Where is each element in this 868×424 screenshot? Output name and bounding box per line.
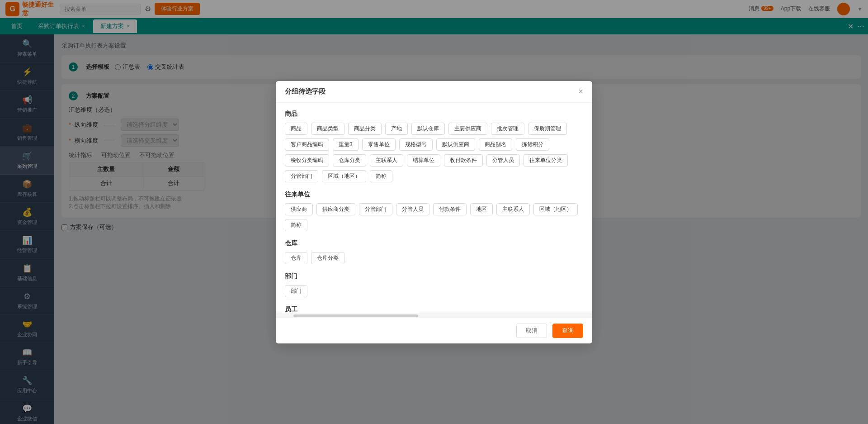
counterparty-fields: 供应商 供应商分类 分管部门 分管人员 付款条件 地区 主联系人 区域（地区） … (285, 203, 583, 231)
field-goods-22[interactable]: 往来单位分类 (524, 154, 568, 167)
field-goods-6[interactable]: 主要供应商 (448, 123, 487, 135)
section-department-title: 部门 (285, 272, 583, 281)
field-goods-13[interactable]: 默认供应商 (436, 138, 475, 151)
modal-overlay: 分组待选字段 × 商品 商品 商品类型 商品分类 产地 默认仓库 主要供应商 批… (0, 0, 868, 424)
confirm-button[interactable]: 查询 (552, 324, 583, 338)
field-goods-16[interactable]: 税收分类编码 (285, 154, 329, 167)
field-goods-1[interactable]: 商品 (285, 123, 307, 135)
field-cp-3[interactable]: 分管部门 (359, 203, 392, 215)
section-department: 部门 部门 (285, 272, 583, 297)
field-cp-6[interactable]: 地区 (470, 203, 493, 215)
section-counterparty-title: 往来单位 (285, 191, 583, 199)
field-goods-10[interactable]: 重量3 (333, 138, 359, 151)
field-goods-17[interactable]: 仓库分类 (333, 154, 366, 167)
modal-hscrollbar[interactable] (276, 314, 592, 318)
field-goods-12[interactable]: 规格型号 (399, 138, 433, 151)
modal-footer: 取消 查询 (276, 318, 592, 343)
field-dept-1[interactable]: 部门 (285, 285, 307, 297)
modal-header: 分组待选字段 × (276, 81, 592, 103)
field-goods-15[interactable]: 拣货积分 (516, 138, 549, 151)
section-counterparty: 往来单位 供应商 供应商分类 分管部门 分管人员 付款条件 地区 主联系人 区域… (285, 191, 583, 231)
field-cp-1[interactable]: 供应商 (285, 203, 313, 215)
field-goods-21[interactable]: 分管人员 (486, 154, 520, 167)
modal-hscroll-thumb (293, 314, 419, 317)
field-goods-2[interactable]: 商品类型 (311, 123, 344, 135)
department-fields: 部门 (285, 285, 583, 297)
modal-close-btn[interactable]: × (578, 87, 583, 95)
section-warehouse: 仓库 仓库 仓库分类 (285, 239, 583, 264)
field-wh-2[interactable]: 仓库分类 (311, 252, 344, 264)
modal-body[interactable]: 商品 商品 商品类型 商品分类 产地 默认仓库 主要供应商 批次管理 保质期管理… (276, 103, 592, 314)
field-cp-8[interactable]: 区域（地区） (533, 203, 578, 215)
field-goods-7[interactable]: 批次管理 (491, 123, 524, 135)
field-goods-3[interactable]: 商品分类 (348, 123, 382, 135)
modal-title: 分组待选字段 (285, 87, 326, 96)
field-goods-5[interactable]: 默认仓库 (411, 123, 445, 135)
field-goods-24[interactable]: 区域（地区） (322, 170, 366, 182)
field-goods-23[interactable]: 分管部门 (285, 170, 318, 182)
section-employee: 员工 业务员 (285, 305, 583, 314)
field-goods-19[interactable]: 结算单位 (407, 154, 440, 167)
field-goods-18[interactable]: 主联系人 (370, 154, 403, 167)
section-goods: 商品 商品 商品类型 商品分类 产地 默认仓库 主要供应商 批次管理 保质期管理… (285, 110, 583, 182)
field-goods-14[interactable]: 商品别名 (479, 138, 512, 151)
section-employee-title: 员工 (285, 305, 583, 314)
field-goods-4[interactable]: 产地 (385, 123, 408, 135)
field-cp-9[interactable]: 简称 (285, 219, 307, 231)
field-cp-5[interactable]: 付款条件 (433, 203, 467, 215)
field-select-modal: 分组待选字段 × 商品 商品 商品类型 商品分类 产地 默认仓库 主要供应商 批… (276, 81, 592, 343)
cancel-button[interactable]: 取消 (516, 324, 547, 338)
section-goods-title: 商品 (285, 110, 583, 118)
field-cp-4[interactable]: 分管人员 (396, 203, 429, 215)
warehouse-fields: 仓库 仓库分类 (285, 252, 583, 264)
field-goods-9[interactable]: 客户商品编码 (285, 138, 329, 151)
field-goods-8[interactable]: 保质期管理 (528, 123, 567, 135)
field-cp-7[interactable]: 主联系人 (496, 203, 530, 215)
section-warehouse-title: 仓库 (285, 239, 583, 248)
goods-fields: 商品 商品类型 商品分类 产地 默认仓库 主要供应商 批次管理 保质期管理 客户… (285, 123, 583, 182)
field-goods-25[interactable]: 简称 (370, 170, 392, 182)
field-goods-20[interactable]: 收付款条件 (444, 154, 483, 167)
field-goods-11[interactable]: 零售单位 (362, 138, 396, 151)
field-wh-1[interactable]: 仓库 (285, 252, 307, 264)
field-cp-2[interactable]: 供应商分类 (316, 203, 355, 215)
